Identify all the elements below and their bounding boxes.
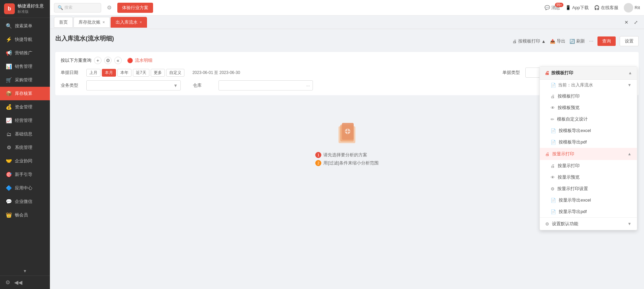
refresh-icon: 🔄 (569, 39, 575, 44)
topbar-search-box[interactable]: 🔍 搜索 (54, 3, 101, 12)
filter-settings-btn[interactable]: ⚙ (104, 57, 112, 64)
nav-icon-member: 👑 (5, 212, 12, 218)
nav-icon-purchase: 🛒 (5, 77, 12, 83)
nav-icon-wechat: 💬 (5, 198, 12, 205)
sidebar-collapse-btn[interactable]: ◀◀ (14, 279, 22, 286)
refresh-btn[interactable]: 🔄 刷新 (569, 38, 585, 44)
date-btn-more[interactable]: 更多 (151, 69, 165, 77)
date-btn-last_month[interactable]: 上月 (86, 69, 100, 77)
sidebar-item-sales[interactable]: 📊 销售管理 (0, 60, 50, 73)
tabs-bar: 首页库存批次账×出入库流水× ✕ ⤢ (50, 16, 644, 29)
query-btn[interactable]: 查询 (597, 36, 616, 46)
dropdown-item-template_pdf[interactable]: 📄 按模板导出pdf (540, 136, 637, 148)
display-item-display_print[interactable]: 🖨 按显示打印 (540, 160, 637, 172)
nav-icon-shortcut: ⚡ (5, 36, 12, 43)
dropdown-item-template_print[interactable]: 🖨 按模板打印 (540, 90, 637, 102)
empty-illustration (333, 120, 360, 147)
sidebar-bottom: ⚙ ◀◀ (0, 275, 50, 289)
sidebar-settings-btn[interactable]: ⚙ (5, 279, 10, 286)
tab-close-flow[interactable]: × (140, 20, 142, 25)
sidebar-item-newbie[interactable]: 🎯 新手引导 (0, 168, 50, 181)
dropdown-item-icon-template_custom: ✏ (551, 117, 554, 122)
display-section-header[interactable]: 🖨 按显示打印 ▲ (540, 148, 637, 160)
nav-label-appcenter: 应用中心 (15, 185, 32, 191)
nav-label-enterprise: 企业协同 (15, 158, 32, 164)
nav-icon-marketing: 📢 (5, 50, 12, 56)
sidebar-item-purchase[interactable]: 🛒 采购管理 (0, 73, 50, 87)
user-name: Rit (635, 5, 640, 10)
display-item-icon-display_pdf: 📄 (551, 209, 556, 214)
sidebar-item-search[interactable]: 🔍 搜索菜单 (0, 19, 50, 33)
date-btn-last7[interactable]: 近7天 (133, 69, 149, 77)
dropdown-collapse-btn[interactable]: ▲ (628, 71, 632, 75)
sidebar-item-system[interactable]: ⚙ 系统管理 (0, 141, 50, 154)
sidebar-item-inventory[interactable]: 📦 库存核算 (0, 87, 50, 100)
message-btn[interactable]: 💬 消息 99+ (545, 5, 560, 11)
page-header: 出入库流水(流水明细) 🖨 按模板打印 ▲ 📤 导出 🔄 刷新 ··· 查询 设… (55, 34, 639, 48)
display-item-display_preview[interactable]: 👁 按显示预览 (540, 172, 637, 183)
nav-label-inventory: 库存核算 (15, 90, 32, 97)
tab-expand-btn[interactable]: ⤢ (632, 18, 640, 26)
export-btn[interactable]: 📤 导出 (550, 38, 565, 44)
date-btn-current_month[interactable]: 本月 (102, 69, 116, 77)
sidebar-item-shortcut[interactable]: ⚡ 快捷导航 (0, 33, 50, 46)
tab-batch[interactable]: 库存批次账× (74, 17, 110, 28)
filter-collapse-left-btn[interactable]: « (114, 57, 122, 64)
date-filter-label: 单据日期 (61, 70, 81, 76)
date-btn-custom[interactable]: 自定义 (166, 69, 184, 77)
app-logo-icon: b (4, 3, 15, 14)
nav-icon-newbie: 🎯 (5, 171, 12, 178)
display-items: 🖨 按显示打印 👁 按显示预览 ⚙ 按显示打印设置 📄 按显示导出excel 📄… (540, 160, 637, 217)
warehouse-select[interactable]: ··· (218, 80, 313, 90)
filter-add-btn[interactable]: + (94, 57, 101, 64)
settings-btn[interactable]: 设置 (620, 36, 639, 46)
tab-home[interactable]: 首页 (54, 17, 73, 28)
display-item-display_settings[interactable]: ⚙ 按显示打印设置 (540, 183, 637, 194)
export-icon: 📤 (550, 39, 555, 44)
display-item-display_pdf[interactable]: 📄 按显示导出pdf (540, 206, 637, 217)
sidebar-item-operation[interactable]: 📈 经营管理 (0, 114, 50, 127)
app-download-btn[interactable]: 📱 App下载 (565, 5, 589, 11)
display-item-label-display_print: 按显示打印 (558, 163, 580, 169)
sidebar-item-marketing[interactable]: 📢 营销推广 (0, 46, 50, 60)
user-avatar-area[interactable]: Rit (624, 3, 640, 12)
nav-icon-system: ⚙ (5, 144, 12, 151)
industry-btn[interactable]: 体验行业方案 (117, 3, 153, 13)
dropdown-item-icon-template_excel: 📄 (551, 128, 556, 133)
dropdown-items: 🖨 按模板打印 👁 按模板预览 ✏ 模板自定义设计 📄 按模板导出excel 📄… (540, 90, 637, 148)
sidebar-scroll-down[interactable]: ▼ (1, 268, 49, 274)
dropdown-item-template_excel[interactable]: 📄 按模板导出excel (540, 125, 637, 136)
sidebar-logo: b 畅捷通好生意 标准版 (0, 0, 50, 18)
sidebar-item-wechat[interactable]: 💬 企业微信 (0, 195, 50, 208)
warehouse-more-icon: ··· (306, 83, 310, 88)
display-item-display_excel[interactable]: 📄 按显示导出excel (540, 194, 637, 206)
dropdown-item-icon-template_preview: 👁 (551, 105, 555, 110)
tab-flow[interactable]: 出入库流水× (111, 17, 147, 28)
dropdown-print-icon: 🖨 (545, 70, 549, 76)
tab-close-batch[interactable]: × (103, 20, 105, 25)
online-service-btn[interactable]: 🎧 在线客服 (594, 5, 618, 11)
dropdown-item-label-template_preview: 按模板预览 (558, 105, 580, 111)
empty-step2: 2 用[过滤]条件来缩小分析范围 (315, 160, 378, 166)
tab-close-btn[interactable]: ✕ (622, 18, 631, 26)
sidebar-item-member[interactable]: 👑 畅会员 (0, 208, 50, 222)
sidebar-item-basic[interactable]: 🗂 基础信息 (0, 127, 50, 141)
nav-label-basic: 基础信息 (15, 131, 32, 137)
nav-label-purchase: 采购管理 (15, 77, 32, 83)
dropdown-footer[interactable]: ⚙ 设置默认功能 ▼ (540, 217, 637, 230)
nav-icon-operation: 📈 (5, 117, 12, 124)
app-logo-text: 畅捷通好生意 标准版 (18, 3, 44, 14)
print-btn[interactable]: 🖨 按模板打印 ▲ (513, 38, 546, 44)
biz-type-select[interactable]: ▼ (86, 80, 181, 90)
topbar-gear-btn[interactable]: ⚙ (105, 3, 114, 12)
topbar-right: 💬 消息 99+ 📱 App下载 🎧 在线客服 Rit (545, 3, 640, 12)
dropdown-item-template_preview[interactable]: 👁 按模板预览 (540, 102, 637, 113)
sidebar: b 畅捷通好生意 标准版 🔍 搜索菜单 ⚡ 快捷导航 📢 营销推广 📊 销售管理… (0, 0, 50, 289)
sidebar-item-enterprise[interactable]: 🤝 企业协同 (0, 154, 50, 168)
date-btn-current_year[interactable]: 本年 (117, 69, 131, 77)
sidebar-item-appcenter[interactable]: 🔷 应用中心 (0, 181, 50, 195)
sidebar-item-finance[interactable]: 💰 资金管理 (0, 100, 50, 114)
header-more-icon[interactable]: ··· (589, 38, 593, 44)
dropdown-item-template_custom[interactable]: ✏ 模板自定义设计 (540, 113, 637, 125)
download-icon: 📱 (565, 5, 571, 10)
